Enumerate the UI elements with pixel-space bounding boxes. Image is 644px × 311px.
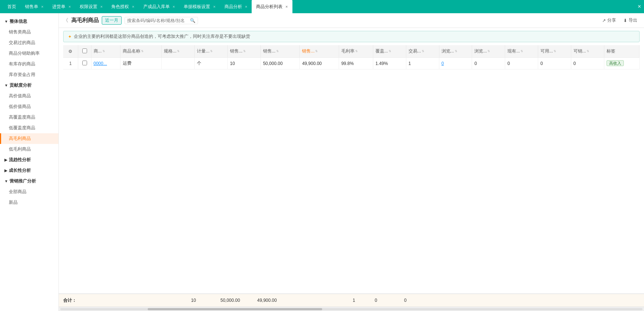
th-coverage[interactable]: 覆盖... ⇅ — [373, 45, 406, 58]
sidebar-group-marketing[interactable]: ▼ 营销推广分析 — [0, 176, 58, 187]
sidebar-item-low-value[interactable]: 低价值商品 — [0, 101, 58, 112]
sort-icon-sales3: ⇅ — [315, 50, 318, 53]
nav-template-settings[interactable]: 单据模板设置 × — [179, 0, 220, 13]
sidebar: ▼ 整体信息 销售类商品 交易过的商品 商品分销助购率 有库存的商品 库存资金占… — [0, 13, 59, 311]
footer-browse2: 0 — [401, 298, 431, 303]
arrow-trend: ▶ — [4, 158, 7, 162]
tag-badge: 高收入 — [607, 60, 624, 66]
sort-icon-available: ⇅ — [554, 50, 556, 53]
nav-product-analysis[interactable]: 商品分析 × — [220, 0, 252, 13]
sidebar-item-low-margin[interactable]: 低毛利商品 — [0, 144, 58, 155]
th-browse1[interactable]: 浏览... ⇅ — [439, 45, 472, 58]
close-product-analysis-tab[interactable]: × — [245, 4, 247, 9]
sidebar-item-new-goods[interactable]: 新品 — [0, 197, 58, 208]
close-window-button[interactable]: × — [638, 3, 641, 10]
row-checkbox[interactable] — [82, 61, 87, 65]
th-tag[interactable]: 标签 — [604, 45, 639, 58]
share-button[interactable]: ↗ 分享 — [600, 17, 618, 24]
header-actions: ↗ 分享 ⬇ 导出 — [600, 17, 640, 24]
sidebar-item-distribution-rate[interactable]: 商品分销助购率 — [0, 48, 58, 59]
sort-icon-margin: ⇅ — [355, 50, 358, 53]
cell-code[interactable]: 0000... — [91, 58, 120, 69]
search-box: 🔍 — [125, 17, 198, 24]
nav-roles[interactable]: 角色授权 × — [107, 0, 138, 13]
sidebar-group-marketing-label: 营销推广分析 — [10, 178, 36, 184]
table-footer: 合计： 10 50,000.00 49,900.00 1 0 0 — [59, 293, 644, 307]
sort-icon-code: ⇅ — [102, 50, 105, 53]
sidebar-item-stock-capital[interactable]: 库存资金占用 — [0, 69, 58, 80]
th-sales2[interactable]: 销售... ⇅ — [260, 45, 299, 58]
sort-icon-unit: ⇅ — [210, 50, 213, 53]
select-all-checkbox[interactable] — [82, 48, 87, 53]
th-unit[interactable]: 计量... ⇅ — [195, 45, 228, 58]
sidebar-group-trend[interactable]: ▶ 流趋性分析 — [0, 155, 58, 165]
th-current-stock[interactable]: 现有... ⇅ — [505, 45, 538, 58]
nav-product-inbound[interactable]: 产成品入库单 × — [139, 0, 179, 13]
nav-sales[interactable]: 销售单 × — [21, 0, 48, 13]
th-sellable[interactable]: 可销... ⇅ — [571, 45, 604, 58]
cell-unit: 个 — [195, 58, 228, 69]
th-browse2[interactable]: 浏览... ⇅ — [472, 45, 505, 58]
sidebar-group-contribution-label: 贡献度分析 — [10, 82, 32, 88]
cell-margin: 99.8% — [339, 58, 373, 69]
time-filter-last-month[interactable]: 近一月 — [102, 16, 122, 25]
sort-icon-sales2: ⇅ — [276, 50, 279, 53]
sidebar-group-overall[interactable]: ▼ 整体信息 — [0, 16, 58, 27]
th-sales1[interactable]: 销售... ⇅ — [228, 45, 261, 58]
th-available[interactable]: 可用... ⇅ — [538, 45, 571, 58]
arrow-overall: ▼ — [4, 19, 8, 23]
sort-icon-browse2: ⇅ — [488, 50, 490, 53]
cell-sales1: 10 — [228, 58, 261, 69]
close-product-analysis-list-tab[interactable]: × — [285, 4, 288, 9]
th-settings[interactable]: ⚙ — [63, 45, 78, 58]
sidebar-group-contribution[interactable]: ▼ 贡献度分析 — [0, 80, 58, 91]
close-permissions-tab[interactable]: × — [100, 4, 102, 9]
th-transactions[interactable]: 交易... ⇅ — [406, 45, 439, 58]
share-icon: ↗ — [602, 18, 606, 23]
sidebar-collapse-button[interactable]: 《 — [63, 17, 68, 24]
sidebar-group-overall-label: 整体信息 — [10, 18, 27, 25]
sidebar-item-high-margin[interactable]: 高毛利商品 — [0, 133, 58, 144]
sidebar-item-high-coverage[interactable]: 高覆盖度商品 — [0, 112, 58, 123]
th-checkbox — [78, 45, 91, 58]
close-purchase-tab[interactable]: × — [68, 4, 71, 9]
content-header: 《 高毛利商品 近一月 🔍 ↗ 分享 ⬇ 导出 — [59, 13, 644, 28]
sidebar-item-low-coverage[interactable]: 低覆盖度商品 — [0, 123, 58, 133]
th-name[interactable]: 商品名称 ⇅ — [120, 45, 162, 58]
sidebar-item-stock-goods[interactable]: 有库存的商品 — [0, 59, 58, 69]
search-input[interactable] — [127, 18, 190, 23]
sidebar-group-growth[interactable]: ▶ 成长性分析 — [0, 165, 58, 176]
th-margin[interactable]: 毛利率 ⇅ — [339, 45, 373, 58]
sidebar-group-growth-label: 成长性分析 — [9, 167, 31, 174]
cell-browse2: 0 — [472, 58, 505, 69]
cell-sellable: 0 — [571, 58, 604, 69]
close-roles-tab[interactable]: × — [132, 4, 134, 9]
nav-permissions[interactable]: 权限设置 × — [75, 0, 107, 13]
close-template-tab[interactable]: × — [213, 4, 215, 9]
sidebar-item-high-value[interactable]: 高价值商品 — [0, 91, 58, 101]
sort-icon-coverage: ⇅ — [389, 50, 391, 53]
footer-transactions: 1 — [350, 298, 372, 303]
export-button[interactable]: ⬇ 导出 — [621, 17, 640, 24]
th-code[interactable]: 商... ⇅ — [91, 45, 120, 58]
footer-browse1: 0 — [372, 298, 401, 303]
sort-icon-transactions: ⇅ — [422, 50, 424, 53]
close-product-inbound-tab[interactable]: × — [173, 4, 175, 9]
settings-icon[interactable]: ⚙ — [68, 49, 72, 54]
sidebar-item-all-goods[interactable]: 全部商品 — [0, 187, 58, 197]
footer-sales1: 10 — [188, 298, 217, 303]
cell-browse1[interactable]: 0 — [439, 58, 472, 69]
cell-stock: 0 — [505, 58, 538, 69]
sidebar-item-traded-goods[interactable]: 交易过的商品 — [0, 37, 58, 48]
th-sales3[interactable]: 销售... ⇅ — [300, 45, 339, 58]
footer-label: 合计： — [63, 297, 144, 304]
nav-home[interactable]: 首页 — [3, 0, 21, 13]
horizontal-scrollbar[interactable] — [59, 307, 644, 311]
cell-sales2: 50,000.00 — [260, 58, 299, 69]
close-sales-tab[interactable]: × — [41, 4, 43, 9]
nav-purchase[interactable]: 进货单 × — [48, 0, 75, 13]
sidebar-item-sales-goods[interactable]: 销售类商品 — [0, 27, 58, 37]
nav-product-analysis-list[interactable]: 商品分析列表 × — [252, 0, 292, 13]
th-spec[interactable]: 规格... ⇅ — [162, 45, 195, 58]
search-icon[interactable]: 🔍 — [190, 18, 195, 23]
